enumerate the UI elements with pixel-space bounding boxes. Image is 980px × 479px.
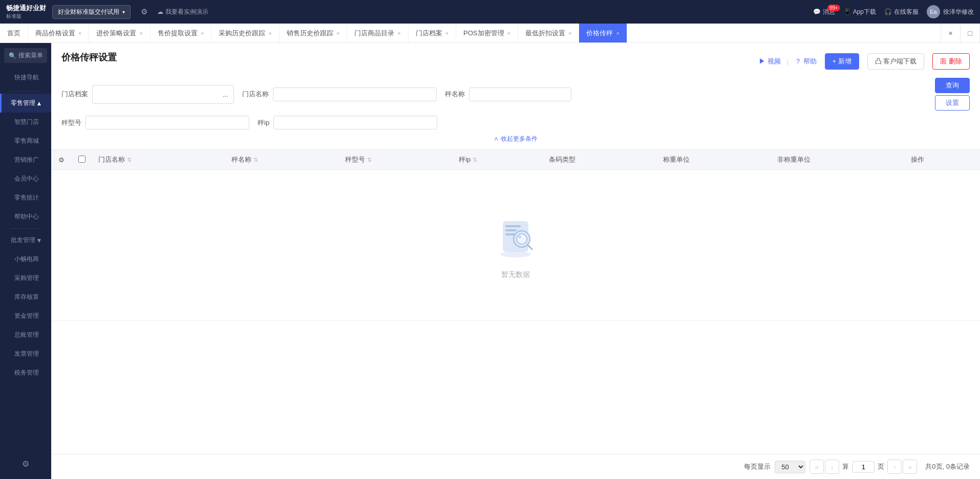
svg-point-6 [517, 234, 527, 244]
tab-sale-history[interactable]: 销售历史价跟踪 × [280, 24, 347, 43]
tab-close-icon[interactable]: × [507, 30, 510, 36]
first-page-button[interactable]: « [809, 460, 824, 474]
message-action[interactable]: 💬 消息 99+ [813, 8, 835, 16]
sidebar-item-invoice[interactable]: 发票管理 [0, 344, 51, 363]
search-menu-button[interactable]: 🔍 搜索菜单 [4, 48, 47, 63]
tab-close-icon[interactable]: × [336, 30, 339, 36]
th-scale-ip[interactable]: 秤ip ⇅ [453, 150, 542, 170]
xiaochang-label: 小畅电商 [14, 255, 39, 263]
mobile-icon: 📱 [843, 8, 851, 15]
help-label: 帮助 [803, 57, 817, 65]
tab-price-setting[interactable]: 商品价格设置 × [28, 24, 89, 43]
tab-close-icon[interactable]: × [201, 30, 204, 36]
help-label: 帮助中心 [14, 213, 39, 220]
tab-active-close-icon[interactable]: × [616, 30, 619, 36]
query-button[interactable]: 查询 [935, 78, 970, 93]
page-navigation: « ‹ 算 页 › » [809, 460, 917, 474]
sidebar-item-wholesale-mgmt[interactable]: 批发管理 ▼ [0, 231, 51, 250]
tab-home[interactable]: 首页 [0, 24, 28, 43]
sidebar-item-xiaochang[interactable]: 小畅电商 [0, 250, 51, 269]
collapse-button[interactable]: ∧ 收起更多条件 [494, 135, 537, 143]
avatar-initials: Ea [930, 9, 936, 15]
sidebar-item-tax[interactable]: 税务管理 [0, 363, 51, 382]
select-all-checkbox[interactable] [78, 156, 86, 163]
sidebar-item-inventory[interactable]: 库存核算 [0, 288, 51, 307]
tab-sale-history-label: 销售历史价跟踪 [287, 29, 333, 38]
tab-close-icon[interactable]: × [268, 30, 271, 36]
table-head: ⚙ 门店名称 ⇅ 秤名称 ⇅ [51, 150, 980, 170]
tab-store-file[interactable]: 门店档案 × [409, 24, 456, 43]
video-link[interactable]: ▶ 视频 [759, 57, 781, 66]
last-page-button[interactable]: » [903, 460, 917, 474]
cloud-icon: ☁ [157, 8, 163, 15]
tab-close-icon[interactable]: × [78, 30, 81, 36]
scale-ip-input[interactable] [273, 116, 437, 129]
th-scale-model[interactable]: 秤型号 ⇅ [339, 150, 453, 170]
sidebar-item-smart-store[interactable]: 智慧门店 [0, 113, 51, 132]
tab-close-icon[interactable]: × [445, 30, 449, 36]
sidebar-item-finance[interactable]: 资金管理 [0, 307, 51, 325]
sidebar-item-ledger[interactable]: 总账管理 [0, 325, 51, 344]
sidebar-item-help[interactable]: 帮助中心 [0, 207, 51, 226]
tab-close-icon[interactable]: × [397, 30, 400, 36]
sidebar-item-member[interactable]: 会员中心 [0, 169, 51, 188]
sidebar-item-retail-mall[interactable]: 零售商城 [0, 132, 51, 150]
tab-sale-pickup[interactable]: 售价提取设置 × [151, 24, 211, 43]
sort-icon: ⇅ [473, 157, 477, 163]
chevron-down-icon: ▾ [122, 9, 125, 15]
tab-expand-window-button[interactable]: □ [961, 24, 980, 43]
sidebar-item-purchase-mgmt[interactable]: 采购管理 [0, 269, 51, 288]
prev-page-button[interactable]: ‹ [825, 460, 839, 474]
th-non-weight-unit-label: 非称重单位 [777, 156, 811, 163]
per-page-label: 每页显示 [744, 462, 771, 471]
tab-pos-management[interactable]: POS加密管理 × [456, 24, 518, 43]
tab-close-window-button[interactable]: × [941, 24, 961, 43]
page-number-input[interactable] [852, 461, 875, 473]
content-body: ⚙ 门店名称 ⇅ 秤名称 ⇅ [51, 150, 980, 479]
per-page-select[interactable]: 10 20 50 100 [775, 461, 805, 473]
collapse-row: ∧ 收起更多条件 [61, 135, 970, 143]
scale-model-input[interactable] [86, 116, 249, 129]
add-button[interactable]: + 新增 [825, 53, 859, 70]
sidebar-item-quick-nav[interactable]: 快捷导航 [0, 68, 51, 87]
gear-icon[interactable]: ⚙ [137, 5, 151, 19]
th-store-name[interactable]: 门店名称 ⇅ [92, 150, 225, 170]
filter-scale-model: 秤型号 [61, 116, 249, 129]
user-menu[interactable]: Ea 徐泽华修改 [927, 5, 974, 18]
th-scale-name[interactable]: 秤名称 ⇅ [225, 150, 339, 170]
version-selector[interactable]: 好业财标准版交付试用 ▾ [52, 5, 131, 19]
sidebar-item-retail-stats[interactable]: 零售统计 [0, 188, 51, 207]
app-download-action[interactable]: 📱 App下载 [843, 8, 876, 16]
tab-close-icon[interactable]: × [568, 30, 571, 36]
page-label: 页 [876, 462, 886, 471]
sidebar-item-retail-mgmt[interactable]: 零售管理 ▲ [0, 94, 51, 113]
more-icon[interactable]: ... [223, 91, 228, 98]
next-page-button[interactable]: › [887, 460, 902, 474]
tab-purchase-strategy[interactable]: 进价策略设置 × [89, 24, 150, 43]
svg-rect-3 [505, 229, 517, 231]
th-scale-ip-label: 秤ip [459, 156, 471, 163]
th-gear[interactable]: ⚙ [51, 150, 72, 170]
store-file-select[interactable]: ... [92, 85, 234, 104]
page-title: 价格传秤设置 [61, 51, 117, 63]
set-button[interactable]: 设置 [935, 95, 970, 111]
store-file-input[interactable] [98, 88, 221, 101]
delete-button[interactable]: 面 删除 [932, 53, 970, 70]
store-name-input[interactable] [273, 88, 437, 101]
tab-price-scale[interactable]: 价格传秤 × [579, 24, 627, 43]
sidebar-item-marketing[interactable]: 营销推广 [0, 150, 51, 169]
tab-min-discount[interactable]: 最低折扣设置 × [518, 24, 579, 43]
tab-close-icon[interactable]: × [139, 30, 142, 36]
download-client-button[interactable]: 凸 客户端下载 [867, 53, 925, 70]
scale-name-input[interactable] [469, 88, 571, 101]
empty-state: 暂无数据 [51, 170, 980, 320]
demo-label: 我要看实例演示 [165, 8, 208, 16]
tab-store-catalog[interactable]: 门店商品目录 × [347, 24, 408, 43]
quick-nav-label: 快捷导航 [14, 74, 39, 81]
help-link[interactable]: ？ 帮助 [795, 57, 817, 66]
demo-link[interactable]: ☁ 我要看实例演示 [157, 8, 208, 16]
online-service-action[interactable]: 🎧 在线客服 [884, 8, 919, 16]
tab-purchase-history[interactable]: 采购历史价跟踪 × [211, 24, 279, 43]
sidebar-gear-icon[interactable]: ⚙ [20, 454, 31, 474]
tab-price-scale-label: 价格传秤 [586, 29, 613, 38]
